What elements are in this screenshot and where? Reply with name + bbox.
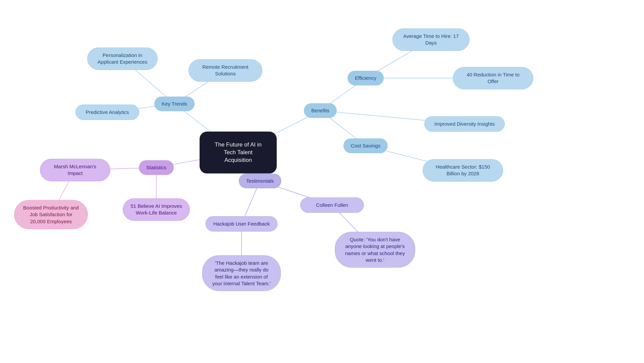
node-avg-time: Average Time to Hire: 17 Days: [392, 28, 470, 51]
mind-map-canvas: The Future of AI in Tech Talent Acquisit…: [0, 0, 644, 363]
node-testimonials: Testimonials: [239, 174, 281, 188]
node-benefits: Benefits: [304, 103, 337, 118]
node-time-offer: 40 Reduction in Time to Offer: [453, 67, 533, 89]
node-healthcare: Healthcare Sector: $150 Billion by 2026: [423, 159, 503, 182]
node-remote: Remote Recruitment Solutions: [189, 59, 262, 82]
node-diversity: Improved Diversity Insights: [424, 116, 505, 132]
node-hackajob-quote: 'The Hackajob team are amazing—they real…: [202, 255, 281, 291]
node-believe: 51 Believe AI Improves Work-Life Balance: [123, 198, 190, 221]
node-cost-savings: Cost Savings: [343, 138, 388, 153]
node-colleen-quote: Quote: 'You don't have anyone looking at…: [335, 232, 415, 268]
node-personalization: Personalization in Applicant Experiences: [87, 48, 158, 70]
node-colleen: Colleen Fullen: [300, 197, 364, 213]
node-hackajob-feedback: Hackajob User Feedback: [206, 216, 278, 232]
node-statistics: Statistics: [139, 160, 174, 175]
node-predictive: Predictive Analytics: [75, 105, 139, 120]
node-key-trends: Key Trends: [154, 97, 195, 111]
node-marsh: Marsh McLennan's Impact: [40, 159, 110, 181]
center-node: The Future of AI in Tech Talent Acquisit…: [200, 132, 277, 174]
node-efficiency: Efficiency: [347, 71, 384, 85]
node-boosted: Boosted Productivity and Job Satisfactio…: [14, 200, 88, 229]
